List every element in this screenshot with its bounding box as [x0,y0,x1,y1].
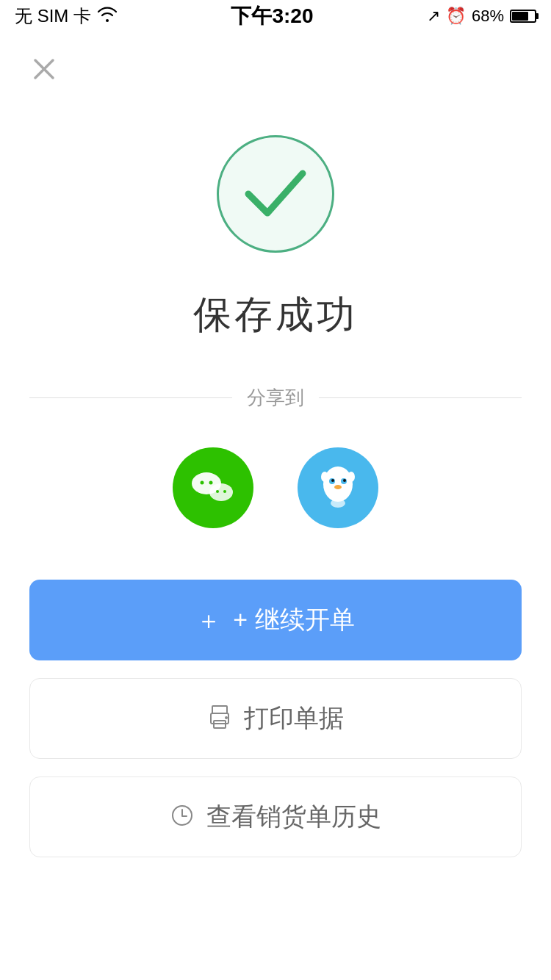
checkmark-icon [242,167,309,220]
svg-point-4 [201,481,204,485]
status-time: 下午3:20 [231,2,313,30]
svg-point-3 [209,483,233,501]
plus-icon: ＋ [196,608,221,633]
svg-point-6 [216,490,219,493]
battery-icon [510,10,536,23]
location-icon: ↗ [427,7,440,26]
share-label: 分享到 [247,385,304,411]
status-left: 无 SIM 卡 [15,4,118,28]
continue-order-label: + 继续开单 [233,603,354,637]
print-button[interactable]: 打印单据 [29,678,522,759]
svg-point-13 [343,479,346,482]
alarm-icon: ⏰ [446,7,466,26]
main-content: 保存成功 分享到 [0,106,551,980]
svg-point-5 [209,481,213,485]
print-icon [207,705,232,733]
svg-point-20 [225,716,228,719]
history-icon [170,803,195,832]
svg-point-12 [331,479,334,482]
svg-point-8 [323,466,353,502]
wechat-share-button[interactable] [173,447,253,528]
close-icon [32,57,56,81]
svg-rect-17 [212,706,227,713]
divider-line-left [29,397,232,398]
continue-order-button[interactable]: ＋ + 继续开单 [29,580,522,660]
wechat-icon [189,467,237,508]
print-label: 打印单据 [244,702,344,735]
share-icons-row [173,447,378,528]
close-button[interactable] [22,47,66,91]
status-bar: 无 SIM 卡 下午3:20 ↗ ⏰ 68% [0,0,551,32]
svg-point-7 [223,490,226,493]
battery-percent: 68% [472,7,504,26]
wifi-icon [97,6,118,26]
history-label: 查看销货单历史 [206,800,381,834]
qq-icon [315,462,361,514]
history-button[interactable]: 查看销货单历史 [29,777,522,857]
svg-point-9 [331,499,345,508]
svg-point-16 [347,472,355,482]
share-divider: 分享到 [29,385,522,411]
success-title: 保存成功 [193,289,358,341]
status-right: ↗ ⏰ 68% [427,7,536,26]
svg-point-15 [321,472,328,482]
divider-line-right [319,397,522,398]
sim-label: 无 SIM 卡 [15,4,91,28]
qq-share-button[interactable] [298,447,378,528]
svg-point-14 [334,485,342,489]
success-circle [217,135,334,253]
